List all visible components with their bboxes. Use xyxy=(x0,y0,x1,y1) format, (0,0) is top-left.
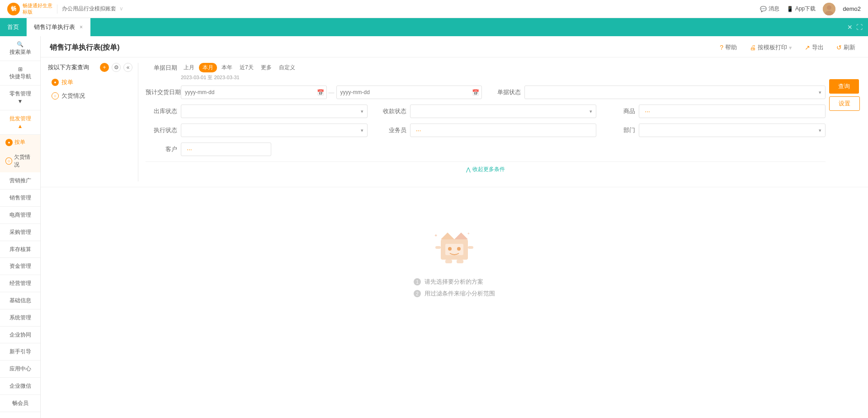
filter-right: 单据日期 上月 本月 本年 近7天 更多 自定义 xyxy=(138,63,861,181)
calendar-end-icon[interactable]: 📅 xyxy=(472,89,479,96)
filter-left-actions: + ⚙ « xyxy=(100,63,132,72)
action-buttons: 查询 设置 xyxy=(829,63,861,111)
goods-label: 商品 xyxy=(604,107,635,115)
tab-expand-icon[interactable]: ⛶ xyxy=(856,24,863,31)
sidebar-item-member[interactable]: 畅会员 xyxy=(0,395,40,412)
sidebar-item-ecommerce[interactable]: 电商管理 xyxy=(0,207,40,224)
sidebar-item-retail[interactable]: 零售管理 ▼ xyxy=(0,86,40,110)
sidebar-sub-item-shortage[interactable]: ○ 欠货情况 xyxy=(0,150,40,172)
sidebar-item-search[interactable]: 🔍 搜索菜单 xyxy=(0,36,40,61)
delivery-status-select[interactable] xyxy=(181,104,368,118)
sidebar-item-enterprise[interactable]: 企业协同 xyxy=(0,327,40,344)
empty-tip-2: 2 用过滤条件来缩小分析范围 xyxy=(414,290,495,298)
date-tab-custom[interactable]: 自定义 xyxy=(276,63,298,72)
order-icon: ● xyxy=(5,139,13,146)
delivery-date-label: 预计交货日期 xyxy=(146,88,177,96)
order-status-select[interactable] xyxy=(524,86,826,99)
sidebar-item-purchase[interactable]: 采购管理 xyxy=(0,224,40,241)
tab-minimize-icon[interactable]: ✕ xyxy=(847,24,853,31)
customer-label: 客户 xyxy=(146,145,177,153)
dept-select[interactable] xyxy=(639,124,826,137)
svg-text:✦: ✦ xyxy=(467,232,470,236)
filter-row-5: 客户 ··· xyxy=(146,142,826,156)
payment-status-select[interactable] xyxy=(410,104,597,118)
chevron-down-icon: ▼ xyxy=(18,98,23,105)
customer-picker-btn[interactable]: ··· xyxy=(185,146,194,153)
collapse-icon: ⋀ xyxy=(466,166,471,173)
svg-rect-9 xyxy=(435,246,441,249)
date-field: 单据日期 上月 本月 本年 近7天 更多 自定义 xyxy=(146,63,298,72)
execution-status-select[interactable] xyxy=(181,124,368,137)
customer-field: 客户 ··· xyxy=(146,142,271,156)
collapse-conditions-button[interactable]: ⋀ 收起更多条件 xyxy=(146,162,826,177)
brand-icon: 畅 xyxy=(7,3,20,15)
filter-left-header: 按以下方案查询 + ⚙ « xyxy=(48,63,132,72)
print-icon: 🖨 xyxy=(750,44,756,51)
scheme-option-shortage[interactable]: ○ 欠货情况 xyxy=(48,89,132,103)
user-name: demo2 xyxy=(843,5,861,12)
sidebar-item-wholesale[interactable]: 批发管理 ▲ xyxy=(0,110,40,135)
sidebar-item-guide[interactable]: 新手引导 xyxy=(0,343,40,361)
breadcrumb[interactable]: 办公用品行业模拟账套 ∨ xyxy=(62,5,125,13)
delivery-status-label: 出库状态 xyxy=(146,107,177,115)
date-tab-this-year[interactable]: 本年 xyxy=(219,63,235,72)
delivery-status-field: 出库状态 xyxy=(146,104,368,118)
sidebar-item-finance[interactable]: 资金管理 xyxy=(0,258,40,275)
delivery-date-start-input[interactable] xyxy=(181,86,327,99)
sidebar-item-marketing[interactable]: 营销推广 xyxy=(0,172,40,190)
sidebar-sub-item-order[interactable]: ● 按单 xyxy=(0,135,40,150)
message-button[interactable]: 💬 消息 xyxy=(760,5,779,13)
app-download-button[interactable]: 📱 App下载 xyxy=(787,5,816,13)
filter-row-1: 单据日期 上月 本月 本年 近7天 更多 自定义 xyxy=(146,63,826,72)
export-button[interactable]: ↗ 导出 xyxy=(801,42,827,53)
date-tab-7days[interactable]: 近7天 xyxy=(237,63,256,72)
breadcrumb-arrow-icon: ∨ xyxy=(119,5,123,12)
tab-home[interactable]: 首页 xyxy=(0,18,27,36)
sidebar-item-operations[interactable]: 经营管理 xyxy=(0,275,40,292)
svg-point-1 xyxy=(827,5,831,10)
date-tab-this-month[interactable]: 本月 xyxy=(199,63,217,72)
date-separator: — xyxy=(329,89,335,96)
brand-logo[interactable]: 畅 畅捷通好生意 标版 xyxy=(7,3,52,15)
page-content: 销售订单执行表(按单) ? 帮助 🖨 按模板打印 ▾ ↗ 导出 xyxy=(41,36,868,418)
filter-panel: 按以下方案查询 + ⚙ « ● 按单 ○ 欠货情况 xyxy=(41,57,868,187)
scheme-settings-button[interactable]: ⚙ xyxy=(112,63,121,72)
tab-bar: 首页 销售订单执行表 × ✕ ⛶ xyxy=(0,18,868,36)
order-status-label: 单据状态 xyxy=(489,88,521,96)
help-button[interactable]: ? 帮助 xyxy=(716,42,741,53)
date-tab-more[interactable]: 更多 xyxy=(258,63,274,72)
delivery-date-end-input[interactable] xyxy=(336,86,482,99)
calendar-start-icon[interactable]: 📅 xyxy=(317,89,324,96)
date-tab-last-month[interactable]: 上月 xyxy=(181,63,197,72)
sidebar-item-basic-info[interactable]: 基础信息 xyxy=(0,292,40,309)
svg-text:✦: ✦ xyxy=(434,233,438,238)
add-scheme-button[interactable]: + xyxy=(100,63,109,72)
delivery-date-end-wrap: 📅 xyxy=(336,86,482,99)
avatar[interactable] xyxy=(823,3,835,15)
settings-button[interactable]: 设置 xyxy=(829,96,860,111)
sidebar-item-apps[interactable]: 应用中心 xyxy=(0,361,40,378)
sidebar-item-wechat[interactable]: 企业微信 xyxy=(0,378,40,395)
tab-active[interactable]: 销售订单执行表 × xyxy=(27,18,90,36)
sidebar-item-system[interactable]: 系统管理 xyxy=(0,309,40,327)
goods-picker-btn[interactable]: ··· xyxy=(643,108,652,115)
collapse-scheme-button[interactable]: « xyxy=(123,63,132,72)
execution-status-label: 执行状态 xyxy=(146,126,177,134)
refresh-button[interactable]: ↺ 刷新 xyxy=(833,42,859,53)
sidebar-sub-menu: ● 按单 ○ 欠货情况 xyxy=(0,135,40,172)
scheme-option-order[interactable]: ● 按单 xyxy=(48,76,132,89)
tab-close-icon[interactable]: × xyxy=(80,24,83,30)
delivery-date-field: 预计交货日期 📅 — xyxy=(146,86,482,99)
export-icon: ↗ xyxy=(805,44,810,51)
sidebar-item-sales[interactable]: 销售管理 xyxy=(0,190,40,207)
brand-name: 畅捷通好生意 标版 xyxy=(23,3,52,14)
print-template-button[interactable]: 🖨 按模板打印 ▾ xyxy=(746,42,796,53)
query-button[interactable]: 查询 xyxy=(829,79,859,94)
empty-tip-1: 1 请先选择要分析的方案 xyxy=(414,278,495,286)
execution-status-field: 执行状态 xyxy=(146,124,368,137)
sidebar-item-shortcut[interactable]: ⊞ 快捷导航 xyxy=(0,61,40,86)
date-range-container: 上月 本月 本年 近7天 更多 自定义 xyxy=(181,63,298,72)
salesperson-picker-btn[interactable]: ··· xyxy=(414,127,423,134)
sidebar-item-inventory[interactable]: 库存核算 xyxy=(0,241,40,258)
help-icon: ? xyxy=(720,44,723,51)
